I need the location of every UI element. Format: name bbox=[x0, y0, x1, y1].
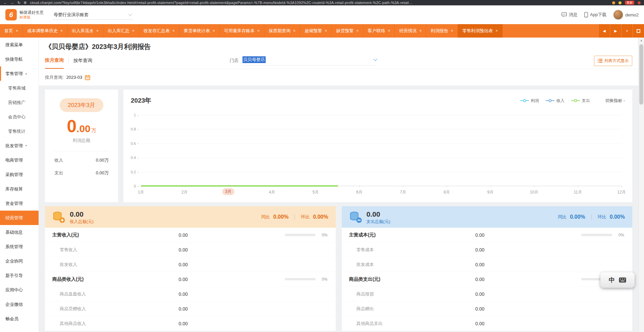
keyboard-icon[interactable] bbox=[619, 277, 626, 283]
tab-inout-flow[interactable]: 出入库流水× bbox=[67, 24, 103, 38]
sidebar-item-label: 新手引导 bbox=[5, 273, 23, 279]
tab-close-icon[interactable]: × bbox=[451, 29, 453, 33]
row-value: 0.00 bbox=[475, 277, 484, 282]
income-metrics: 同比 0.00% 环比 0.00% bbox=[261, 214, 328, 220]
tab-close-icon[interactable]: × bbox=[60, 29, 63, 33]
legend-profit[interactable]: 利润 bbox=[520, 98, 539, 104]
sidebar-item-quick-nav[interactable]: 快捷导航 bbox=[0, 52, 39, 66]
browser-forward-icon[interactable]: → bbox=[10, 1, 14, 5]
row-label: 商品赠出 bbox=[357, 306, 374, 312]
ime-widget[interactable]: 中 bbox=[600, 272, 635, 288]
sidebar-item-ecommerce-management[interactable]: 电商管理 bbox=[0, 153, 39, 167]
sidebar-item-chang-member[interactable]: 畅会员 bbox=[0, 312, 39, 326]
query-tab-year[interactable]: 按年查询 bbox=[73, 53, 92, 69]
row-label: 商品受赠收入 bbox=[60, 306, 86, 312]
tab-close-icon[interactable]: × bbox=[132, 29, 135, 33]
extension-icon[interactable] bbox=[619, 1, 622, 4]
list-display-label: 列表方式显示 bbox=[604, 58, 629, 64]
tab-scroll-left-icon[interactable]: ◀ bbox=[598, 24, 610, 38]
query-tab-month[interactable]: 按月查询 bbox=[45, 53, 64, 69]
tab-customer-contact[interactable]: 客户联络× bbox=[363, 24, 395, 38]
tab-order-stats[interactable]: 要货单统计表× bbox=[179, 24, 220, 38]
tab-close-icon[interactable]: × bbox=[172, 29, 175, 33]
sidebar-item-label: 零售管理 bbox=[5, 71, 23, 77]
sidebar-item-capital-management[interactable]: 资金管理 bbox=[0, 196, 39, 211]
table-row: 主营收入(元) 0.00 0% bbox=[45, 228, 336, 242]
browser-refresh-icon[interactable]: ↻ bbox=[17, 1, 20, 5]
sidebar-item-enterprise-collab[interactable]: 企业协同 bbox=[0, 254, 39, 268]
legend-income[interactable]: 收入 bbox=[546, 98, 565, 104]
tab-close-icon[interactable]: × bbox=[388, 29, 390, 33]
user-menu[interactable]: demo2 bbox=[613, 10, 639, 20]
sidebar-item-retail-stats[interactable]: 零售统计 bbox=[0, 124, 39, 139]
summary-section: 2023年3月 0 .00 万 利润总额 收入 0.00万 支出 0.00万 bbox=[39, 90, 638, 202]
tab-receipt-summary[interactable]: 收发存汇总表× bbox=[139, 24, 179, 38]
account-select[interactable]: 母婴行业演示账套 bbox=[52, 10, 133, 20]
sidebar-item-label: 畅会员 bbox=[5, 316, 18, 322]
month-summary-card: 2023年3月 0 .00 万 利润总额 收入 0.00万 支出 0.00万 bbox=[45, 90, 118, 202]
row-label: 其他商品支出 bbox=[357, 321, 383, 327]
fullscreen-icon[interactable] bbox=[633, 24, 644, 38]
sidebar-item-marketing[interactable]: 营销推广 bbox=[0, 95, 39, 110]
tab-close-icon[interactable]: × bbox=[325, 29, 327, 33]
tab-close-icon[interactable]: × bbox=[257, 29, 260, 33]
tab-close-icon[interactable]: × bbox=[356, 29, 359, 33]
sidebar-item-app-center[interactable]: 应用中心 bbox=[0, 283, 39, 297]
tab-profit-report[interactable]: 利润报告× bbox=[426, 24, 458, 38]
ime-language-indicator[interactable]: 中 bbox=[609, 276, 615, 284]
tab-retail-profit-forecast[interactable]: 零售利润预估表× bbox=[458, 24, 502, 38]
sidebar-item-beginner-guide[interactable]: 新手引导 bbox=[0, 268, 39, 283]
tab-stockout-alert[interactable]: 缺货预警× bbox=[332, 24, 363, 38]
sidebar-item-retail-management[interactable]: 零售管理▲ bbox=[0, 66, 39, 81]
sidebar-item-wecom[interactable]: 企业微信 bbox=[0, 297, 39, 312]
sidebar-item-purchase-management[interactable]: 采购管理 bbox=[0, 167, 39, 182]
tab-available-stock[interactable]: 可用量库存账本× bbox=[220, 24, 264, 38]
store-select[interactable]: 贝贝母婴店 bbox=[243, 56, 377, 65]
sidebar-item-inventory-accounting[interactable]: 库存核算 bbox=[0, 182, 39, 196]
line-chart-plot: 1 0.8 0.6 0.4 0.2 0 1月 2月 3月 4月 5月 6月 7月 bbox=[141, 115, 622, 186]
sidebar-item-system-management[interactable]: 系统管理 bbox=[0, 239, 39, 254]
tab-close-icon[interactable]: × bbox=[293, 29, 296, 33]
url-bar[interactable]: cloud.chanjet.com/?lisy/u46br74daqxh/1ol… bbox=[30, 1, 609, 5]
tab-close-all-icon[interactable]: × bbox=[621, 24, 633, 38]
row-value: 0.00 bbox=[475, 321, 484, 326]
row-label: 商品报损 bbox=[357, 291, 374, 297]
switch-indicator-link[interactable]: 切换指标 › bbox=[605, 98, 625, 104]
tab-close-icon[interactable]: × bbox=[213, 29, 215, 33]
sidebar-item-search-menu[interactable]: 搜索菜单 bbox=[0, 38, 39, 52]
sidebar-item-business-management[interactable]: 经营管理 bbox=[0, 211, 39, 225]
browser-update-badge[interactable]: 更新 bbox=[625, 1, 634, 5]
browser-back-icon[interactable]: ← bbox=[3, 1, 7, 5]
scrollbar-thumb[interactable] bbox=[639, 44, 643, 105]
sidebar-item-wholesale-management[interactable]: 批发管理▼ bbox=[0, 139, 39, 153]
sidebar-item-retail-mall[interactable]: 零售商城 bbox=[0, 81, 39, 95]
legend-mark-icon bbox=[520, 99, 529, 102]
tab-shelf-life[interactable]: 保质期查询× bbox=[264, 24, 300, 38]
tab-inout-summary[interactable]: 出入库汇总× bbox=[103, 24, 139, 38]
calendar-icon[interactable] bbox=[85, 75, 90, 80]
browser-menu-icon[interactable] bbox=[638, 1, 641, 4]
tab-cost-adjust-history[interactable]: 成本调整单历史× bbox=[23, 24, 67, 38]
tab-business-status[interactable]: 经营情况× bbox=[395, 24, 426, 38]
expense-total-label: 支出总额(元) bbox=[367, 219, 390, 224]
tab-close-icon[interactable]: × bbox=[419, 29, 422, 33]
legend-expense[interactable]: 支出 bbox=[571, 98, 590, 104]
vertical-scrollbar[interactable]: ▲ bbox=[638, 38, 644, 332]
tab-scroll-right-icon[interactable]: ▶ bbox=[610, 24, 621, 38]
tab-close-icon[interactable]: × bbox=[16, 29, 18, 33]
tab-close-icon[interactable]: × bbox=[495, 29, 498, 33]
tab-home[interactable]: 首页× bbox=[0, 24, 23, 38]
tab-overstock-alert[interactable]: 超储预警× bbox=[300, 24, 332, 38]
x-tick-label: 6月 bbox=[356, 189, 363, 195]
scroll-up-icon[interactable]: ▲ bbox=[639, 38, 644, 43]
site-info-icon[interactable] bbox=[24, 1, 26, 4]
tab-close-icon[interactable]: × bbox=[96, 29, 99, 33]
expense-panel-header: 0.00 支出总额(元) 同比 0.00% 环比 0.00% bbox=[342, 206, 633, 228]
messages-button[interactable]: 消息 bbox=[561, 12, 578, 18]
sidebar-item-basic-info[interactable]: 基础信息 bbox=[0, 225, 39, 239]
list-display-button[interactable]: 列表方式显示 bbox=[594, 56, 632, 66]
sidebar-item-member-center[interactable]: 会员中心 bbox=[0, 110, 39, 124]
app-download-button[interactable]: App下载 bbox=[584, 12, 606, 18]
sidebar-item-label: 批发管理 bbox=[5, 143, 23, 149]
extension-icon[interactable] bbox=[612, 1, 615, 4]
